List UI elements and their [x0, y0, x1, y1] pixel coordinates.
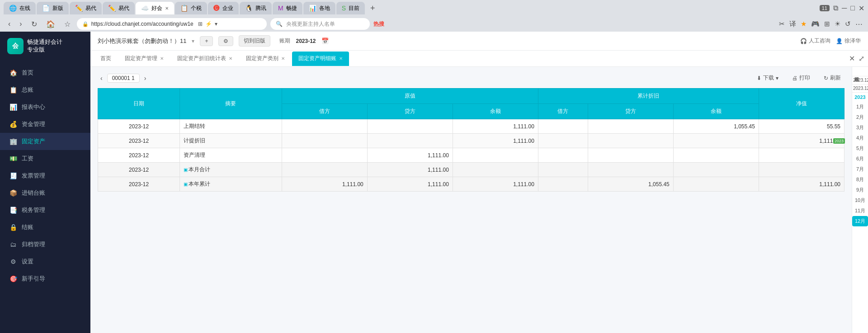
- month-12[interactable]: 12月: [852, 216, 868, 226]
- sidebar-item-tax[interactable]: 📑 税务管理: [0, 202, 90, 219]
- bookmark-button[interactable]: ☆: [61, 19, 73, 29]
- tab-close-depreciation-stats[interactable]: ✕: [229, 56, 232, 61]
- home-button[interactable]: 🏠: [43, 19, 58, 29]
- browser-tab-tengxun[interactable]: 🐧 腾讯: [240, 2, 272, 14]
- grid-icon[interactable]: ⊞: [824, 20, 830, 28]
- tab-close-asset-category[interactable]: ✕: [281, 56, 285, 61]
- download-dropdown-icon[interactable]: ▾: [776, 75, 778, 81]
- th-orig-credit: 贷方: [367, 104, 453, 119]
- translate-icon[interactable]: 译: [789, 20, 796, 28]
- browser-tab-muqian[interactable]: S 目前: [336, 2, 365, 14]
- row4-orig-balance: [453, 163, 538, 177]
- settings-icon[interactable]: ↺: [845, 20, 851, 28]
- brightness-icon[interactable]: ☀: [835, 20, 840, 28]
- sidebar-item-reports[interactable]: 📊 报表中心: [0, 98, 90, 116]
- next-page-button[interactable]: ›: [142, 74, 149, 83]
- new-tab-button[interactable]: +: [368, 3, 378, 14]
- tab-close-fixed-asset-mgmt[interactable]: ✕: [160, 56, 164, 61]
- sidebar-item-guide[interactable]: 🎯 新手引导: [0, 270, 90, 287]
- tab-asset-category[interactable]: 固定资产类别 ✕: [240, 52, 291, 66]
- customer-service-btn[interactable]: 🎧 人工咨询: [800, 37, 830, 45]
- browser-tab-gedi[interactable]: 📊 各地: [303, 2, 335, 14]
- main-content: 刘小艳演示账套（勿删勿动！）11 ▾ + ⚙ 切到旧版 账期 2023-12 📅…: [90, 32, 868, 333]
- minimize-icon[interactable]: ─: [842, 4, 847, 12]
- browser-tab-qiye[interactable]: 🅒 企业: [208, 2, 239, 14]
- lightning-icon[interactable]: ⚡: [205, 21, 212, 27]
- browser-tab-yidai2[interactable]: ✏️ 易代: [103, 2, 135, 14]
- browser-search-box[interactable]: 🔍 央视更新主持人名单: [270, 18, 370, 30]
- tab-depreciation-stats[interactable]: 固定资产折旧统计表 ✕: [171, 52, 239, 66]
- row5-orig-debit: 1,111.00: [282, 177, 367, 192]
- month-10[interactable]: 10月: [852, 195, 868, 206]
- download-button[interactable]: ⬇ 下载 ▾: [753, 72, 782, 84]
- month-3[interactable]: 3月: [852, 122, 868, 133]
- address-bar[interactable]: 🔒 https://cloud.chanjet.com/accounting/u…: [77, 18, 267, 30]
- tab-expand-button[interactable]: ⤢: [859, 54, 864, 63]
- month-6[interactable]: 6月: [852, 154, 868, 164]
- browser-tab-haohui[interactable]: ☁️ 好会 ✕: [136, 2, 174, 14]
- sidebar-item-general-ledger[interactable]: 📋 总账: [0, 81, 90, 98]
- row4-orig-debit: [282, 163, 367, 177]
- switch-old-version-button[interactable]: 切到旧版: [239, 35, 270, 47]
- th-orig-debit: 借方: [282, 104, 367, 119]
- month-4[interactable]: 4月: [852, 133, 868, 143]
- row4-dep-balance: [673, 163, 759, 177]
- sidebar-item-inventory[interactable]: 📦 进销台账: [0, 184, 90, 202]
- sidebar-item-payroll[interactable]: 💵 工资: [0, 150, 90, 167]
- browser-tab-changjie[interactable]: M 畅捷: [273, 2, 302, 14]
- prev-page-button[interactable]: ‹: [98, 74, 105, 83]
- tab-fixed-asset-mgmt[interactable]: 固定资产管理 ✕: [118, 52, 170, 66]
- sidebar-item-closing[interactable]: 🔒 结账: [0, 219, 90, 236]
- sidebar-item-archive[interactable]: 🗂 归档管理: [0, 236, 90, 253]
- th-dep-debit: 借方: [538, 104, 588, 119]
- month-9[interactable]: 9月: [852, 185, 868, 195]
- maximize-icon[interactable]: □: [850, 4, 855, 12]
- back-button[interactable]: ‹: [5, 19, 13, 29]
- restore-icon[interactable]: ⧉: [833, 4, 838, 12]
- dropdown-icon[interactable]: ▾: [215, 21, 217, 27]
- month-11[interactable]: 11月: [852, 206, 868, 216]
- search-text: 央视更新主持人名单: [286, 20, 335, 28]
- add-account-button[interactable]: +: [200, 36, 213, 46]
- print-button[interactable]: 🖨 打印: [788, 72, 814, 84]
- sidebar-item-settings[interactable]: ⚙ 设置: [0, 253, 90, 270]
- user-profile-btn[interactable]: 👤 徐泽华: [836, 37, 861, 45]
- month-2[interactable]: 2月: [852, 112, 868, 122]
- calendar-icon[interactable]: 📅: [321, 38, 329, 44]
- row1-orig-debit: [282, 119, 367, 134]
- scissors-icon[interactable]: ✂: [779, 20, 785, 28]
- browser-tab-yidai1[interactable]: ✏️ 易代: [70, 2, 102, 14]
- selected-period-2[interactable]: 2023.12: [852, 84, 868, 93]
- tab-asset-category-label: 固定资产类别: [246, 55, 278, 62]
- tab-close-all-button[interactable]: ✕: [849, 54, 855, 63]
- browser-tab-geshui[interactable]: 📋 个税: [175, 2, 207, 14]
- dropdown-company-icon[interactable]: ▾: [192, 38, 194, 44]
- gamepad-icon[interactable]: 🎮: [811, 20, 820, 28]
- settings-account-button[interactable]: ⚙: [218, 36, 233, 46]
- qr-icon[interactable]: ⊞: [198, 21, 203, 27]
- browser-tab-online[interactable]: 🌐 在线: [4, 2, 36, 14]
- tab-close-icon[interactable]: ✕: [165, 6, 169, 11]
- tab-home[interactable]: 首页: [94, 52, 118, 66]
- month-1[interactable]: 1月: [852, 102, 868, 112]
- more-icon[interactable]: ⋯: [855, 20, 863, 28]
- refresh-button[interactable]: ↻ 刷新: [820, 72, 844, 84]
- sidebar-item-funds[interactable]: 💰 资金管理: [0, 116, 90, 133]
- sidebar-item-home[interactable]: 🏠 首页: [0, 64, 90, 81]
- tab-asset-ledger[interactable]: 固定资产明细账 ✕: [292, 52, 349, 66]
- period-selector-label: 期间选择: [852, 70, 868, 76]
- browser-tab-new[interactable]: 📄 新版: [37, 2, 69, 14]
- selected-period-1[interactable]: 2023.12: [852, 76, 868, 84]
- close-window-icon[interactable]: ✕: [859, 4, 864, 13]
- star-icon[interactable]: ★: [801, 20, 807, 28]
- forward-button[interactable]: ›: [17, 19, 24, 29]
- month-5[interactable]: 5月: [852, 143, 868, 154]
- tab-close-asset-ledger[interactable]: ✕: [339, 56, 343, 61]
- reload-button[interactable]: ↻: [28, 19, 40, 29]
- month-7[interactable]: 7月: [852, 164, 868, 174]
- month-8[interactable]: 8月: [852, 174, 868, 185]
- sidebar-item-fixed-assets-label: 固定资产: [22, 137, 45, 145]
- sidebar-item-invoice[interactable]: 🧾 发票管理: [0, 167, 90, 184]
- sidebar-item-fixed-assets[interactable]: 🏢 固定资产: [0, 133, 90, 150]
- row5-orig-credit: 1,111.00: [367, 177, 453, 192]
